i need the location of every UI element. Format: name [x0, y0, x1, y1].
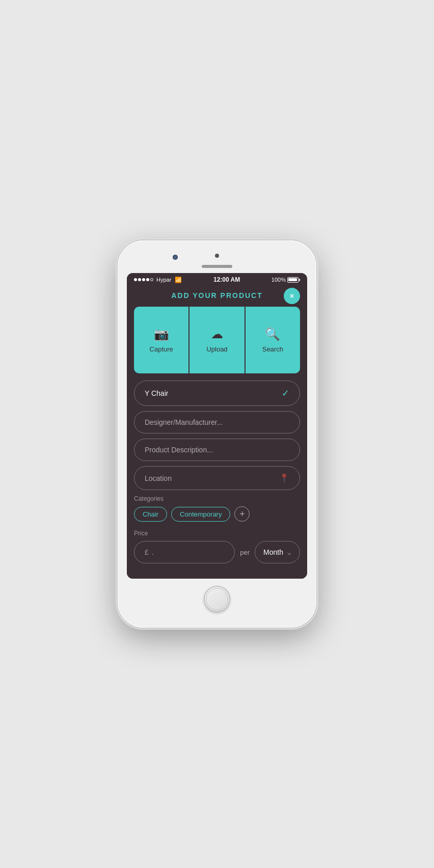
period-select[interactable]: Month ⌵ — [255, 541, 300, 563]
camera-icon: 📷 — [154, 327, 169, 341]
categories-label: Categories — [134, 495, 300, 502]
add-category-button[interactable]: + — [234, 506, 250, 522]
page-title: ADD YOUR PRODUCT — [171, 291, 263, 300]
carrier-name: Hypar — [156, 277, 171, 283]
plus-icon: + — [239, 509, 245, 520]
chair-tag-label: Chair — [143, 510, 158, 518]
signal-dot-3 — [142, 278, 145, 281]
per-label: per — [240, 549, 250, 556]
price-section: Price £ . per Month ⌵ — [134, 530, 300, 563]
category-tag-chair[interactable]: Chair — [134, 507, 167, 522]
product-name-field[interactable]: Y Chair ✓ — [134, 381, 300, 406]
phone-outer: Hypar 📶 12:00 AM 100% ADD YOUR PRODUCT — [118, 240, 316, 628]
description-field[interactable]: Product Description... — [134, 439, 300, 461]
battery-percent: 100% — [272, 277, 286, 283]
signal-dot-1 — [134, 278, 137, 281]
signal-dot-2 — [138, 278, 141, 281]
upload-option[interactable]: ☁ Upload — [189, 307, 244, 373]
search-option[interactable]: 🔍 Search — [246, 307, 300, 373]
phone-screen: Hypar 📶 12:00 AM 100% ADD YOUR PRODUCT — [127, 273, 307, 579]
upload-icon: ☁ — [211, 327, 223, 341]
app-header: ADD YOUR PRODUCT × — [134, 285, 300, 307]
capture-option[interactable]: 📷 Capture — [134, 307, 188, 373]
period-value: Month — [263, 548, 283, 556]
status-bar: Hypar 📶 12:00 AM 100% — [127, 273, 307, 285]
signal-dot-5 — [150, 278, 153, 281]
price-label: Price — [134, 530, 300, 537]
designer-field[interactable]: Designer/Manufacturer... — [134, 411, 300, 433]
description-placeholder: Product Description... — [145, 446, 213, 454]
front-camera — [215, 254, 219, 258]
wifi-icon: 📶 — [175, 277, 182, 283]
camera-lens — [173, 255, 178, 260]
currency-symbol: £ — [145, 548, 149, 556]
designer-placeholder: Designer/Manufacturer... — [145, 418, 223, 426]
location-placeholder: Location — [145, 474, 172, 482]
search-label: Search — [262, 345, 283, 353]
upload-label: Upload — [206, 345, 227, 353]
check-icon: ✓ — [282, 388, 289, 399]
close-button[interactable]: × — [284, 288, 300, 304]
location-icon: 📍 — [279, 473, 289, 483]
location-field[interactable]: Location 📍 — [134, 466, 300, 490]
contemporary-tag-label: Contemporary — [180, 510, 222, 518]
battery-icon — [287, 277, 300, 283]
price-row: £ . per Month ⌵ — [134, 541, 300, 563]
signal-dot-4 — [146, 278, 149, 281]
price-separator: . — [152, 548, 154, 556]
categories-section: Categories Chair Contemporary + — [134, 495, 300, 522]
speaker — [202, 265, 232, 268]
price-input[interactable]: £ . — [134, 541, 235, 563]
search-icon: 🔍 — [265, 327, 280, 341]
close-icon: × — [290, 292, 294, 300]
status-time: 12:00 AM — [213, 276, 240, 283]
chevron-down-icon: ⌵ — [287, 549, 291, 556]
image-picker: 📷 Capture ☁ Upload 🔍 Search — [134, 307, 300, 373]
capture-label: Capture — [150, 345, 173, 353]
product-name-value: Y Chair — [145, 389, 168, 397]
categories-row: Chair Contemporary + — [134, 506, 300, 522]
category-tag-contemporary[interactable]: Contemporary — [171, 507, 230, 522]
home-button[interactable] — [204, 586, 230, 612]
